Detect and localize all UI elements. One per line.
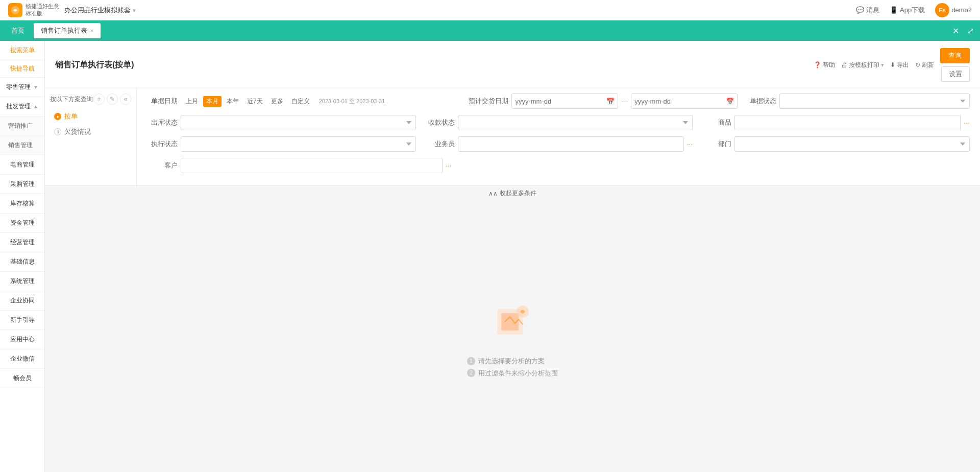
window-maximize-icon[interactable]: ⤢ xyxy=(965,25,976,37)
collapse-scheme-icon: « xyxy=(124,96,128,103)
filter-scheme-panel: 按以下方案查询 + ✎ « ● 按单 xyxy=(45,87,137,185)
date-7days-btn[interactable]: 近7天 xyxy=(244,96,266,107)
dropdown-chevron-icon xyxy=(133,6,136,14)
goods-picker-icon[interactable]: ··· xyxy=(964,119,970,127)
sidebar-item-corpwechat[interactable]: 企业微信 xyxy=(0,349,44,369)
content-area: 销售订单执行表(按单) ❓ 帮助 🖨 按模板打印 ⬇ 导出 xyxy=(45,41,980,472)
scheme-debt[interactable]: ℹ 欠货情况 xyxy=(50,124,131,139)
print-chevron-icon xyxy=(881,61,884,68)
empty-state: 1 请先选择要分析的方案 2 用过滤条件来缩小分析范围 xyxy=(45,201,980,472)
calendar-to-icon[interactable]: 📅 xyxy=(726,98,734,105)
add-scheme-button[interactable]: + xyxy=(93,93,105,105)
sidebar-item-basic[interactable]: 基础信息 xyxy=(0,252,44,272)
help-icon: ❓ xyxy=(814,61,821,68)
sidebar-search[interactable]: 搜索菜单 xyxy=(0,41,44,60)
sidebar-sub-wholesale: 营销推广 销售管理 xyxy=(0,116,44,155)
filter-field-delivery-status: 出库状态 xyxy=(147,115,416,130)
tab-bar: 首页 销售订单执行表 × ✕ ⤢ xyxy=(0,20,980,41)
message-button[interactable]: 💬 消息 xyxy=(856,6,879,15)
filter-row-2: 出库状态 收款状态 商品 ··· xyxy=(147,115,970,130)
sidebar-item-ecommerce[interactable]: 电商管理 xyxy=(0,155,44,175)
salesperson-input[interactable] xyxy=(458,136,684,152)
sidebar-item-marketing[interactable]: 营销推广 xyxy=(0,116,44,136)
sidebar-item-finance[interactable]: 资金管理 xyxy=(0,214,44,233)
sidebar-item-operation[interactable]: 经营管理 xyxy=(0,233,44,252)
user-menu[interactable]: Ea demo2 xyxy=(935,3,972,17)
export-button[interactable]: ⬇ 导出 xyxy=(890,61,909,69)
sidebar-item-retail[interactable]: 零售管理 ▼ xyxy=(0,78,44,97)
sidebar-item-enterprise[interactable]: 企业协同 xyxy=(0,291,44,311)
status-select[interactable] xyxy=(779,93,970,109)
logo-icon xyxy=(8,3,22,17)
window-close-icon[interactable]: ✕ xyxy=(950,25,961,37)
filter-row-1: 单据日期 上月 本月 本年 近7天 更多 自定义 2023-03-01 至 20… xyxy=(147,93,970,109)
date-prev-month-btn[interactable]: 上月 xyxy=(183,96,201,107)
query-button[interactable]: 查询 xyxy=(940,48,970,63)
tab-home[interactable]: 首页 xyxy=(4,23,32,38)
edit-scheme-icon: ✎ xyxy=(110,96,115,103)
sidebar-item-sales[interactable]: 销售管理 xyxy=(0,136,44,155)
sidebar-item-appstore[interactable]: 应用中心 xyxy=(0,330,44,349)
date-custom-btn[interactable]: 自定义 xyxy=(288,96,313,107)
collapse-icon: ∧∧ xyxy=(488,190,498,197)
filter-field-payment-status: 收款状态 xyxy=(424,115,693,130)
filter-panel: 按以下方案查询 + ✎ « ● 按单 xyxy=(45,87,980,185)
filter-fields: 单据日期 上月 本月 本年 近7天 更多 自定义 2023-03-01 至 20… xyxy=(137,87,980,185)
expected-date-to-input-wrap: 📅 xyxy=(631,93,738,109)
customer-picker-icon[interactable]: ··· xyxy=(446,161,452,170)
export-icon: ⬇ xyxy=(890,61,895,68)
empty-tip-2: 2 用过滤条件来缩小分析范围 xyxy=(467,367,558,379)
app-selector-dropdown[interactable]: 办公用品行业模拟账套 xyxy=(64,6,136,15)
salesperson-picker-icon[interactable]: ··· xyxy=(687,140,693,148)
delivery-status-select[interactable] xyxy=(181,115,416,130)
header-right: 💬 消息 📱 App下载 Ea demo2 xyxy=(856,3,972,17)
sidebar-item-inventory[interactable]: 库存核算 xyxy=(0,194,44,214)
sidebar-item-system[interactable]: 系统管理 xyxy=(0,272,44,291)
refresh-button[interactable]: ↻ 刷新 xyxy=(915,61,934,69)
main-layout: 搜索菜单 快捷导航 零售管理 ▼ 批发管理 ▲ 营销推广 销售管理 电商管理 采… xyxy=(0,41,980,472)
sidebar-item-newbie[interactable]: 新手引导 xyxy=(0,311,44,330)
page-actions: ❓ 帮助 🖨 按模板打印 ⬇ 导出 ↻ 刷新 xyxy=(814,48,970,82)
logo-area: 畅捷通好生意 标准版 xyxy=(8,3,59,17)
sidebar-item-wholesale[interactable]: 批发管理 ▲ xyxy=(0,97,44,116)
sidebar-item-purchase[interactable]: 采购管理 xyxy=(0,175,44,194)
scheme-order-icon: ● xyxy=(54,113,61,120)
filter-field-dept: 部门 xyxy=(701,136,970,152)
collapse-filter-button[interactable]: ∧∧ 收起更多条件 xyxy=(45,185,980,201)
date-range-display: 2023-03-01 至 2023-03-31 xyxy=(319,98,385,105)
tab-close-icon[interactable]: × xyxy=(90,28,93,34)
help-button[interactable]: ❓ 帮助 xyxy=(814,61,835,69)
filter-scheme-title: 按以下方案查询 + ✎ « xyxy=(50,93,131,105)
settings-button[interactable]: 设置 xyxy=(941,66,970,82)
date-more-btn[interactable]: 更多 xyxy=(268,96,286,107)
sidebar-quick-nav[interactable]: 快捷导航 xyxy=(0,60,44,78)
download-icon: 📱 xyxy=(890,6,898,14)
avatar: Ea xyxy=(935,3,949,17)
dept-label: 部门 xyxy=(701,139,731,149)
scheme-by-order[interactable]: ● 按单 xyxy=(50,109,131,124)
collapse-scheme-button[interactable]: « xyxy=(120,93,131,105)
date-this-month-btn[interactable]: 本月 xyxy=(203,96,222,107)
delivery-status-label: 出库状态 xyxy=(147,118,178,127)
tab-sales-order-execution[interactable]: 销售订单执行表 × xyxy=(34,23,101,38)
customer-input[interactable] xyxy=(181,158,443,173)
message-icon: 💬 xyxy=(856,6,864,14)
payment-status-select[interactable] xyxy=(458,115,693,130)
expected-date-to-input[interactable] xyxy=(634,98,726,105)
calendar-from-icon[interactable]: 📅 xyxy=(606,98,615,105)
date-this-year-btn[interactable]: 本年 xyxy=(224,96,242,107)
header-left: 畅捷通好生意 标准版 办公用品行业模拟账套 xyxy=(8,3,136,17)
filter-row-3: 执行状态 业务员 ··· 部门 xyxy=(147,136,970,152)
app-download-button[interactable]: 📱 App下载 xyxy=(890,6,925,15)
expected-date-from-input[interactable] xyxy=(515,98,606,105)
sidebar-item-member[interactable]: 畅会员 xyxy=(0,369,44,388)
goods-input[interactable] xyxy=(734,115,961,130)
date-sep: — xyxy=(621,98,628,105)
exec-status-select[interactable] xyxy=(181,136,416,152)
page-header: 销售订单执行表(按单) ❓ 帮助 🖨 按模板打印 ⬇ 导出 xyxy=(45,41,980,87)
expected-date-label: 预计交货日期 xyxy=(469,97,508,106)
tip-num-2: 2 xyxy=(467,369,475,377)
edit-scheme-button[interactable]: ✎ xyxy=(107,93,118,105)
print-button[interactable]: 🖨 按模板打印 xyxy=(841,61,884,69)
dept-select[interactable] xyxy=(734,136,970,152)
